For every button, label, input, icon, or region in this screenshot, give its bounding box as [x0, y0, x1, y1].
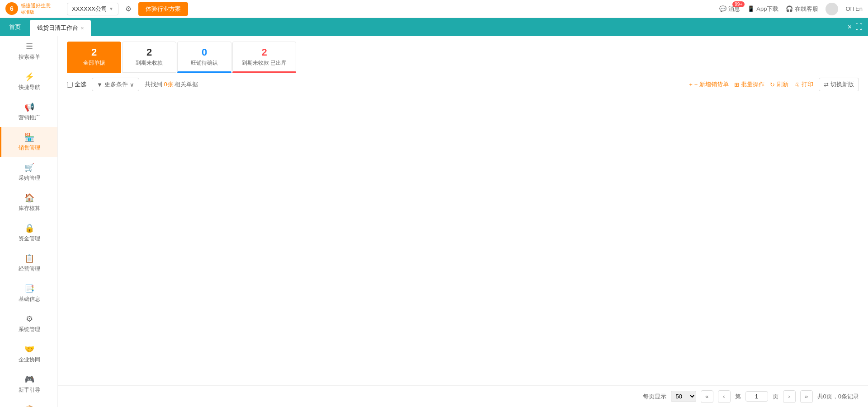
- sidebar-item-label-quick-nav: 快捷导航: [19, 84, 40, 91]
- logo-name: 畅捷通好生意: [21, 2, 51, 9]
- filter-label: 更多条件: [104, 80, 128, 89]
- add-sales-order-button[interactable]: + + 新增销货单: [689, 80, 729, 89]
- app-download-icon: 📱: [747, 5, 755, 12]
- page-label: 第: [735, 393, 741, 401]
- next-page-button[interactable]: ›: [783, 390, 796, 403]
- switch-new-version-button[interactable]: ⇄ 切换新版: [819, 78, 859, 91]
- sidebar-item-app-center[interactable]: 📦 应用中心: [0, 399, 57, 407]
- tab-home[interactable]: 首页: [0, 18, 30, 36]
- sidebar-item-finance[interactable]: 🔒 资金管理: [0, 218, 57, 248]
- table-area: [58, 96, 868, 385]
- app-download-button[interactable]: 📱 App下载: [747, 5, 778, 13]
- message-badge: 99+: [732, 1, 745, 7]
- tab-active-label: 钱货日清工作台: [37, 24, 78, 32]
- per-page-label: 每页显示: [643, 393, 666, 401]
- more-filters-button[interactable]: ▼ 更多条件 ∨: [92, 78, 139, 91]
- page-number-input[interactable]: [745, 391, 768, 402]
- main-content: 2 全部单据 2 到期未收款 0 旺铺待确认 2 到期未收款 已出库 全选: [58, 36, 868, 407]
- sidebar-item-search-menu[interactable]: ☰ 搜索菜单: [0, 36, 57, 66]
- username: OfTEn: [845, 5, 863, 12]
- logo-text-group: 畅捷通好生意 标准版: [21, 2, 51, 15]
- found-text: 共找到 0张 相关单据: [145, 80, 198, 89]
- search-menu-icon: ☰: [26, 42, 33, 51]
- total-label: 共0页，0条记录: [817, 393, 859, 401]
- top-bar-left: 6 畅捷通好生意 标准版 XXXXXX公司 ▼ ⚙ 体验行业方案: [5, 2, 188, 16]
- toolbar-right: + + 新增销货单 ⊞ 批量操作 ↻ 刷新 🖨 打印 ⇄ 切换新版: [689, 78, 859, 91]
- batch-icon: ⊞: [734, 81, 739, 88]
- settings-button[interactable]: ⚙: [122, 3, 135, 15]
- sidebar-item-sales[interactable]: 🏪 销售管理: [0, 127, 57, 157]
- toolbar: 全选 ▼ 更多条件 ∨ 共找到 0张 相关单据 + + 新增销货单 ⊞ 批量操作: [58, 73, 868, 96]
- sidebar-item-inventory[interactable]: 🏠 库存核算: [0, 187, 57, 218]
- sidebar-item-label-cooperation: 企业协同: [19, 356, 40, 364]
- per-page-select[interactable]: 50 100 200: [671, 391, 696, 402]
- message-button[interactable]: 💬 消息 99+: [719, 5, 740, 13]
- page-suffix: 页: [773, 393, 778, 401]
- first-page-button[interactable]: «: [701, 390, 713, 403]
- stat-label-overdue: 到期未收款: [132, 59, 167, 67]
- app-center-icon: 📦: [24, 405, 34, 407]
- sidebar-item-cooperation[interactable]: 🤝 企业协同: [0, 339, 57, 369]
- stat-label-overdue-shipped: 到期未收款 已出库: [242, 59, 287, 67]
- sales-icon: 🏪: [24, 132, 34, 142]
- tab-active[interactable]: 钱货日清工作台 ×: [30, 20, 91, 36]
- finance-icon: 🔒: [24, 223, 34, 233]
- sidebar: ☰ 搜索菜单 ⚡ 快捷导航 📢 营销推广 🏪 销售管理 🛒 采购管理 🏠 库存核…: [0, 36, 58, 407]
- sidebar-item-guide[interactable]: 🎮 新手引导: [0, 369, 57, 399]
- message-icon: 💬: [719, 5, 726, 12]
- filter-arrow-icon: ∨: [130, 81, 134, 88]
- top-bar: 6 畅捷通好生意 标准版 XXXXXX公司 ▼ ⚙ 体验行业方案 💬 消息 99…: [0, 0, 868, 18]
- system-icon: ⚙: [26, 314, 33, 324]
- marketing-icon: 📢: [24, 102, 34, 112]
- base-info-icon: 📑: [24, 284, 34, 294]
- refresh-icon: ↻: [770, 81, 775, 88]
- batch-operations-button[interactable]: ⊞ 批量操作: [734, 80, 764, 89]
- sidebar-item-base-info[interactable]: 📑 基础信息: [0, 278, 57, 309]
- sidebar-item-label-sales: 销售管理: [19, 144, 40, 152]
- logo-edition: 标准版: [21, 9, 51, 15]
- company-name: XXXXXX公司: [72, 5, 107, 13]
- trial-button[interactable]: 体验行业方案: [138, 2, 188, 16]
- stat-tab-overdue-shipped[interactable]: 2 到期未收款 已出库: [232, 42, 296, 73]
- online-service-button[interactable]: 🎧 在线客服: [786, 5, 818, 13]
- tab-close-icon[interactable]: ×: [81, 25, 84, 31]
- sidebar-item-purchase[interactable]: 🛒 采购管理: [0, 157, 57, 187]
- sidebar-item-label-system: 系统管理: [19, 326, 40, 333]
- last-page-button[interactable]: »: [800, 390, 813, 403]
- company-selector[interactable]: XXXXXX公司 ▼: [67, 3, 118, 15]
- tab-maximize-button[interactable]: ⛶: [855, 23, 863, 31]
- tabs-bar-actions: × ⛶: [848, 23, 868, 31]
- sidebar-item-quick-nav[interactable]: ⚡ 快捷导航: [0, 66, 57, 97]
- sidebar-item-marketing[interactable]: 📢 营销推广: [0, 97, 57, 127]
- found-suffix: 相关单据: [175, 81, 198, 88]
- stat-tab-overdue[interactable]: 2 到期未收款: [122, 42, 176, 73]
- sidebar-item-system[interactable]: ⚙ 系统管理: [0, 309, 57, 339]
- stat-tab-pending[interactable]: 0 旺铺待确认: [177, 42, 231, 73]
- select-all-checkbox-label[interactable]: 全选: [67, 80, 86, 89]
- tabs-bar: 首页 钱货日清工作台 × × ⛶: [0, 18, 868, 36]
- pagination: 每页显示 50 100 200 « ‹ 第 页 › » 共0页，0条记录: [58, 385, 868, 407]
- refresh-button[interactable]: ↻ 刷新: [770, 80, 788, 89]
- stat-num-all: 2: [76, 47, 112, 58]
- sidebar-item-label-finance: 资金管理: [19, 235, 40, 243]
- select-all-checkbox[interactable]: [67, 82, 73, 88]
- layout: ☰ 搜索菜单 ⚡ 快捷导航 📢 营销推广 🏪 销售管理 🛒 采购管理 🏠 库存核…: [0, 36, 868, 407]
- stat-tab-all[interactable]: 2 全部单据: [67, 42, 121, 73]
- cooperation-icon: 🤝: [24, 344, 34, 354]
- avatar[interactable]: [826, 3, 838, 15]
- stat-num-overdue-shipped: 2: [242, 47, 287, 58]
- sidebar-item-operations[interactable]: 📋 经营管理: [0, 248, 57, 278]
- sidebar-item-label-guide: 新手引导: [19, 386, 40, 394]
- print-button[interactable]: 🖨 打印: [794, 80, 813, 89]
- sidebar-item-label-base-info: 基础信息: [19, 295, 40, 303]
- print-label: 打印: [802, 80, 813, 89]
- found-num: 0张: [164, 81, 173, 88]
- tab-minimize-button[interactable]: ×: [848, 23, 852, 31]
- add-label: + 新增销货单: [694, 80, 729, 89]
- stat-tabs: 2 全部单据 2 到期未收款 0 旺铺待确认 2 到期未收款 已出库: [58, 36, 868, 73]
- stat-label-pending: 旺铺待确认: [187, 59, 222, 67]
- add-icon: +: [689, 81, 693, 88]
- service-label: 在线客服: [795, 5, 818, 13]
- guide-icon: 🎮: [24, 374, 34, 384]
- prev-page-button[interactable]: ‹: [718, 390, 731, 403]
